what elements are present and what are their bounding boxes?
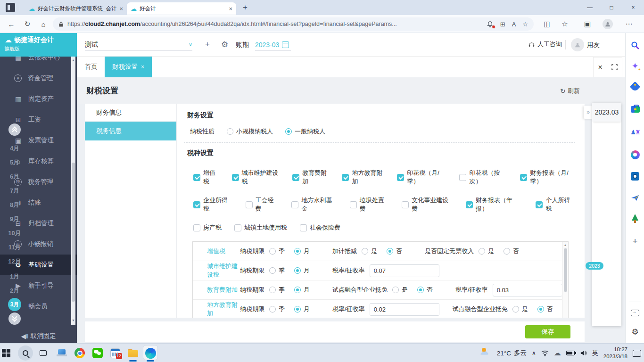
radio-yes[interactable]: 是 xyxy=(512,305,528,313)
tax-name-link[interactable]: 增值税 xyxy=(193,247,240,255)
refresh-button[interactable]: ↻ 刷新 xyxy=(560,87,580,95)
new-tab-button[interactable]: + xyxy=(243,3,248,12)
sidebar-scroll-up-icon[interactable]: ▲ xyxy=(71,58,75,62)
checkbox-social-insurance[interactable]: 社会保险费 xyxy=(300,223,340,232)
subnav-finance-info[interactable]: 财务信息 xyxy=(85,104,176,122)
radio-no[interactable]: 否 xyxy=(504,247,519,255)
window-close-button[interactable]: × xyxy=(622,0,644,15)
clock[interactable]: 18:27 2023/3/18 xyxy=(603,346,627,360)
checkbox-property-tax[interactable]: 房产税 xyxy=(193,223,222,232)
radio-month[interactable]: 月 xyxy=(294,247,310,255)
radio-month[interactable]: 月 xyxy=(294,305,310,313)
period-select[interactable]: 2023-03 xyxy=(255,39,291,51)
shopping-tag-icon[interactable] xyxy=(629,81,641,92)
workspaces-icon[interactable] xyxy=(6,3,15,12)
split-screen-icon[interactable]: ◫ xyxy=(541,19,553,29)
hidden-icons-chevron[interactable]: ∧ xyxy=(532,350,536,356)
radio-month[interactable]: 月 xyxy=(294,266,310,275)
checkbox-fs-annual[interactable]: 财务报表（年报） xyxy=(466,196,523,213)
start-button[interactable] xyxy=(0,347,12,359)
reload-button[interactable]: ↻ xyxy=(22,19,33,29)
sidebar-item-cloud-reports[interactable]: ▦云报表中心 xyxy=(0,57,77,68)
taskbar-search-icon[interactable] xyxy=(19,347,32,359)
input-language[interactable]: 英 xyxy=(592,349,598,357)
rate-input[interactable] xyxy=(370,303,439,316)
user-name[interactable]: 用友 xyxy=(587,41,600,49)
radio-yes[interactable]: 是 xyxy=(479,247,494,255)
month-item[interactable]: 12月 xyxy=(0,255,29,269)
radio-no[interactable]: 否 xyxy=(537,305,553,313)
month-item[interactable]: 1月 xyxy=(0,270,29,284)
radio-quarter[interactable]: 季 xyxy=(269,286,285,294)
weather-temp[interactable]: 21°C xyxy=(497,350,511,357)
radio-no[interactable]: 否 xyxy=(417,286,433,294)
microsoft-365-icon[interactable] xyxy=(629,149,641,160)
calendar-scroll-down-button[interactable] xyxy=(8,313,21,325)
tab-close-icon[interactable]: × xyxy=(141,64,144,70)
tab-close-icon[interactable]: × xyxy=(119,5,123,12)
checkbox-fs-monthly[interactable]: 财务报表（月/季） xyxy=(520,169,575,186)
add-sidebar-item-icon[interactable]: + xyxy=(629,236,641,247)
checkbox-culture-fee[interactable]: 文化事业建设费 xyxy=(402,196,453,213)
sidebar-item-fixed-assets[interactable]: ▥固定资产 xyxy=(0,89,77,109)
battery-icon[interactable] xyxy=(566,351,575,355)
outlook-icon[interactable] xyxy=(629,171,641,182)
copilot-icon[interactable]: ✦ xyxy=(629,60,641,72)
checkbox-personal-income-tax[interactable]: 个人所得税 xyxy=(536,196,575,213)
unpin-sidebar-button[interactable]: ◀‖取消固定 xyxy=(0,329,77,343)
checkbox-st-monthly[interactable]: 印花税（月/季） xyxy=(397,169,446,186)
month-item[interactable]: 9月 xyxy=(0,212,29,226)
browser-tab-inactive[interactable]: ☁ 好会计云财务软件管理系统_会计 × xyxy=(25,2,127,15)
calendar-scroll-up-button[interactable] xyxy=(8,123,21,136)
month-item[interactable]: 5月 xyxy=(0,156,29,170)
settings-gear-icon[interactable]: ⚙ xyxy=(221,40,228,49)
send-plane-icon[interactable] xyxy=(629,192,641,204)
browser-profile-avatar[interactable] xyxy=(603,19,613,29)
home-button[interactable]: ⌂ xyxy=(38,19,49,29)
onedrive-cloud-icon[interactable]: ☁ xyxy=(554,349,561,357)
checkbox-garbage-fee[interactable]: 垃圾处置费 xyxy=(350,196,389,213)
weather-desc[interactable]: 多云 xyxy=(514,349,527,357)
checkbox-land-use-tax[interactable]: 城镇土地使用税 xyxy=(234,223,287,232)
tab-home[interactable]: 首页 xyxy=(79,57,103,77)
month-item[interactable]: 4月 xyxy=(0,141,29,156)
checkbox-urban-construction-tax[interactable]: 城市维护建设税 xyxy=(232,169,280,186)
chrome-icon[interactable] xyxy=(74,347,86,359)
sidebar-scrollbar-thumb[interactable] xyxy=(72,163,75,302)
checkbox-education-surcharge[interactable]: 教育费附加 xyxy=(292,169,329,186)
rate-input[interactable] xyxy=(493,284,562,296)
month-item-active[interactable]: 3月 xyxy=(8,298,21,311)
file-explorer-icon[interactable] xyxy=(127,347,139,359)
radio-yes[interactable]: 是 xyxy=(362,247,377,255)
tree-icon[interactable] xyxy=(629,213,641,224)
add-account-set-icon[interactable]: + xyxy=(205,40,210,49)
checkbox-local-education-surcharge[interactable]: 地方教育附加 xyxy=(342,169,384,186)
wechat-icon[interactable] xyxy=(91,347,104,359)
account-set-select[interactable]: 测试 ∨ xyxy=(85,39,192,51)
sidebar-search-icon[interactable] xyxy=(629,40,641,51)
rate-input[interactable] xyxy=(370,264,439,277)
edge-icon[interactable] xyxy=(144,347,157,359)
user-avatar[interactable] xyxy=(571,38,584,51)
toolbox-icon[interactable] xyxy=(629,104,641,115)
checkbox-union-fee[interactable]: 工会经费 xyxy=(246,196,279,213)
wifi-icon[interactable] xyxy=(541,350,549,356)
volume-icon[interactable] xyxy=(580,350,587,356)
month-item[interactable]: 8月 xyxy=(0,198,29,212)
minimize-button[interactable]: — xyxy=(579,0,601,15)
scrollbar-thumb[interactable] xyxy=(564,248,567,292)
sidebar-scroll-down-icon[interactable]: ▼ xyxy=(71,319,75,322)
games-icon[interactable]: ♟♜ xyxy=(629,126,641,138)
tab-financial-settings[interactable]: 财税设置 × xyxy=(105,57,152,77)
sidebar-settings-gear-icon[interactable]: ⚙ xyxy=(629,326,641,337)
favorite-star-icon[interactable]: ☆ xyxy=(522,21,528,28)
web-capture-icon[interactable]: ⊞ xyxy=(500,21,505,28)
save-button[interactable]: 保存 xyxy=(525,325,570,338)
maximize-button[interactable]: □ xyxy=(601,0,622,15)
table-scrollbar[interactable]: ▲ ▼ xyxy=(562,242,568,318)
copy-icon[interactable]: ▣ xyxy=(582,19,593,29)
month-item[interactable]: 7月 xyxy=(0,184,29,198)
open-sidebar-icon[interactable] xyxy=(629,307,641,319)
subnav-tax-info[interactable]: 税务信息 xyxy=(85,122,176,140)
radio-quarter[interactable]: 季 xyxy=(269,266,285,275)
